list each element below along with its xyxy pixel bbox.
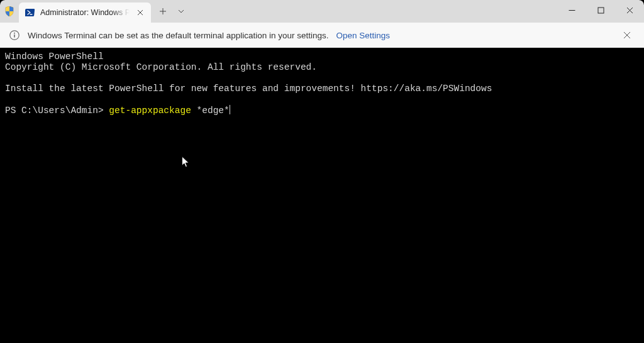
terminal-line: Windows PowerShell (5, 52, 104, 62)
maximize-button[interactable] (586, 0, 615, 20)
infobar-message: Windows Terminal can be set as the defau… (28, 31, 329, 40)
svg-rect-7 (598, 8, 604, 13)
window-controls (557, 0, 644, 23)
terminal-line: Copyright (C) Microsoft Corporation. All… (5, 62, 317, 72)
mouse-pointer-icon (181, 156, 190, 168)
terminal-pane[interactable]: Windows PowerShell Copyright (C) Microso… (0, 48, 644, 343)
powershell-icon (25, 8, 35, 18)
svg-rect-12 (14, 35, 15, 38)
tab-active[interactable]: Administrator: Windows PowerShell (19, 3, 151, 23)
uac-shield-icon (0, 0, 19, 23)
infobar: Windows Terminal can be set as the defau… (0, 23, 644, 48)
minimize-button[interactable] (557, 0, 586, 20)
close-window-button[interactable] (615, 0, 644, 20)
terminal-argument: *edge* (191, 106, 230, 116)
tab-title: Administrator: Windows PowerShell (40, 8, 130, 17)
terminal-prompt: PS C:\Users\Admin> (5, 106, 109, 116)
tab-close-button[interactable] (135, 7, 146, 18)
svg-point-11 (14, 33, 15, 34)
terminal-line: Install the latest PowerShell for new fe… (5, 84, 492, 94)
titlebar: Administrator: Windows PowerShell (0, 0, 644, 23)
open-settings-link[interactable]: Open Settings (336, 31, 391, 40)
info-icon (9, 30, 20, 41)
new-tab-button[interactable] (153, 2, 172, 21)
tab-dropdown-button[interactable] (172, 2, 190, 21)
terminal-cursor (230, 105, 230, 114)
terminal-command: get-appxpackage (109, 106, 191, 116)
infobar-close-button[interactable] (618, 26, 636, 45)
